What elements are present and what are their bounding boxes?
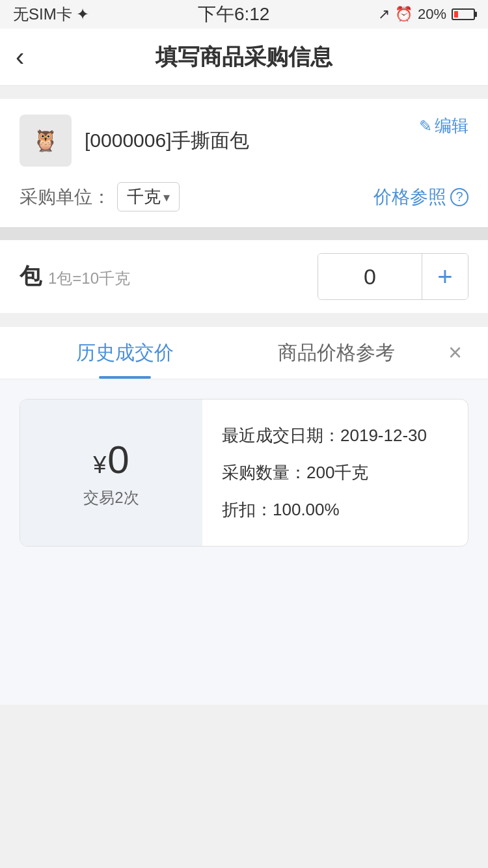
quantity-label: 包 1包=10千克 <box>20 262 130 292</box>
product-card: 🦉 [0000006]手撕面包 ✎ 编辑 采购单位： 千克 ▾ 价格参照 ? <box>0 99 488 227</box>
product-logo-icon: 🦉 <box>33 128 59 153</box>
price-reference-button[interactable]: 价格参照 ? <box>373 185 468 210</box>
status-bar: 无SIM卡 ✦ 下午6:12 ↗ ⏰ 20% <box>0 0 488 29</box>
currency-symbol: ¥ <box>93 452 106 478</box>
discount-line: 折扣：100.00% <box>222 497 448 522</box>
unit-select[interactable]: 千克 ▾ <box>117 182 180 211</box>
price-card: ¥0 交易2次 最近成交日期：2019-12-30 采购数量：200千克 折扣：… <box>20 399 468 547</box>
help-icon: ? <box>450 188 468 206</box>
product-footer: 采购单位： 千克 ▾ 价格参照 ? <box>20 182 468 211</box>
latest-date-line: 最近成交日期：2019-12-30 <box>222 423 448 448</box>
price-amount: ¥0 <box>93 437 129 482</box>
status-time: 下午6:12 <box>198 2 270 27</box>
status-indicators: ↗ ⏰ 20% <box>378 6 475 23</box>
tabs-container: 历史成交价 商品价格参考 × ¥0 交易2次 最近成交日期：2019-12-30 <box>0 326 488 705</box>
edit-icon: ✎ <box>419 117 432 135</box>
product-left: 🦉 [0000006]手撕面包 <box>20 115 249 167</box>
transaction-count: 交易2次 <box>83 487 139 508</box>
tab-close-button[interactable]: × <box>442 339 468 366</box>
battery-percent: 20% <box>418 6 446 23</box>
edit-button[interactable]: ✎ 编辑 <box>419 115 468 137</box>
price-right-panel: 最近成交日期：2019-12-30 采购数量：200千克 折扣：100.00% <box>202 400 468 546</box>
status-carrier: 无SIM卡 ✦ <box>13 4 89 25</box>
tab-price-reference[interactable]: 商品价格参考 <box>230 327 441 379</box>
quantity-unit-small: 1包=10千克 <box>48 268 130 289</box>
quantity-unit-big: 包 <box>20 262 42 292</box>
quantity-controls: + <box>318 253 468 300</box>
location-icon: ↗ <box>378 6 390 23</box>
battery-icon <box>452 8 475 20</box>
tab-history-price[interactable]: 历史成交价 <box>20 327 230 379</box>
nav-bar: ‹ 填写商品采购信息 <box>0 29 488 86</box>
dropdown-arrow-icon: ▾ <box>163 189 170 205</box>
alarm-icon: ⏰ <box>395 6 413 23</box>
unit-label: 采购单位： 千克 ▾ <box>20 182 180 211</box>
page-title: 填写商品采购信息 <box>156 42 332 72</box>
quantity-plus-button[interactable]: + <box>422 254 468 299</box>
carrier-text: 无SIM卡 ✦ <box>13 4 89 25</box>
product-thumbnail: 🦉 <box>20 115 72 167</box>
tab-underline <box>99 376 151 379</box>
plus-icon: + <box>437 262 452 292</box>
product-name: [0000006]手撕面包 <box>85 128 249 154</box>
purchase-qty-line: 采购数量：200千克 <box>222 460 448 485</box>
price-left-panel: ¥0 交易2次 <box>20 400 202 546</box>
tabs-header: 历史成交价 商品价格参考 × <box>0 327 488 379</box>
product-header: 🦉 [0000006]手撕面包 ✎ 编辑 <box>20 115 468 167</box>
back-button[interactable]: ‹ <box>16 42 24 72</box>
section-divider <box>0 227 488 240</box>
quantity-row: 包 1包=10千克 + <box>0 240 488 313</box>
price-cards-area: ¥0 交易2次 最近成交日期：2019-12-30 采购数量：200千克 折扣：… <box>0 379 488 705</box>
product-info: [0000006]手撕面包 <box>85 128 249 154</box>
quantity-input[interactable] <box>318 254 422 299</box>
